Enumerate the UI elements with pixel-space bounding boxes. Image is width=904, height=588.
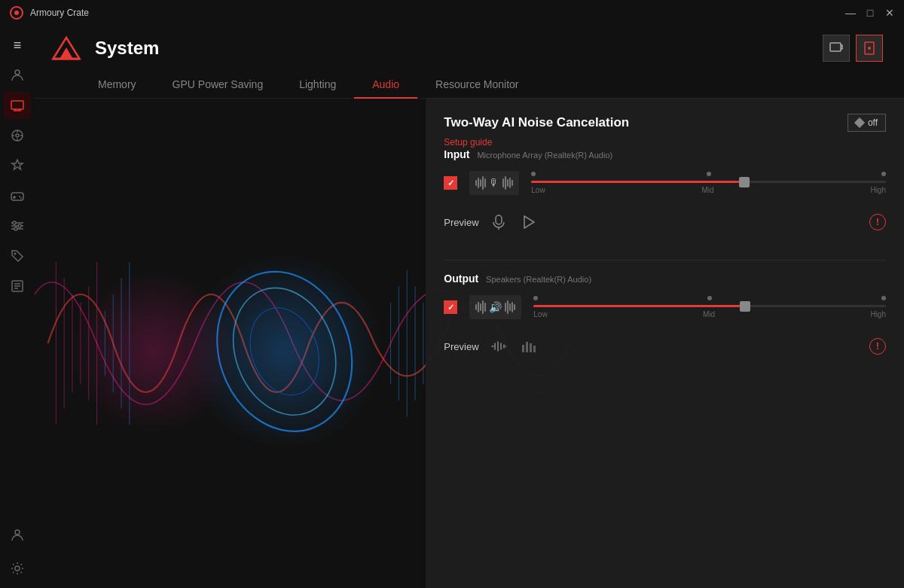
close-button[interactable]: ✕ <box>884 8 895 18</box>
svg-point-2 <box>15 70 20 75</box>
slider-dot-low <box>531 172 536 176</box>
output-info-icon[interactable]: ! <box>869 338 886 355</box>
app-title: Armoury Crate <box>30 8 845 18</box>
input-play-button[interactable] <box>518 212 539 233</box>
svg-point-8 <box>20 197 22 199</box>
svg-point-11 <box>14 227 17 230</box>
sidebar-item-profile[interactable] <box>4 62 31 89</box>
output-wave-bars-left <box>475 298 486 316</box>
toggle-button[interactable]: off <box>848 114 886 132</box>
setup-guide-link[interactable]: Setup guide <box>444 137 492 148</box>
input-slider-track[interactable] <box>531 181 886 183</box>
input-info-icon[interactable]: ! <box>869 214 886 230</box>
svg-point-21 <box>868 47 871 50</box>
input-title: Input Microphone Array (Realtek(R) Audio… <box>444 148 886 160</box>
slider-dot-mid <box>707 172 711 176</box>
output-section: Output Speakers (Realtek(R) Audio) <box>444 273 886 363</box>
input-label-low: Low <box>531 186 545 194</box>
input-wave-bars <box>475 174 486 192</box>
svg-rect-3 <box>11 101 23 109</box>
svg-point-9 <box>13 221 16 224</box>
output-dot-low <box>533 296 538 300</box>
sidebar: ≡ <box>0 26 35 588</box>
output-slider-dots <box>533 296 886 300</box>
input-checkbox[interactable] <box>444 176 457 190</box>
sidebar-item-fan[interactable] <box>4 122 31 149</box>
rog-logo-svg <box>50 35 83 61</box>
svg-point-15 <box>15 566 20 571</box>
sidebar-item-menu[interactable]: ≡ <box>4 32 31 59</box>
svg-point-7 <box>19 196 20 197</box>
content-area: Two-Way AI Noise Cancelation off Setup g… <box>35 99 904 588</box>
header-right-icon[interactable] <box>823 35 850 62</box>
svg-point-47 <box>72 270 236 434</box>
input-subtitle: Microphone Array (Realtek(R) Audio) <box>477 151 612 160</box>
output-waveform-button[interactable] <box>488 336 509 357</box>
input-slider-labels: Low Mid High <box>531 186 886 194</box>
input-slider-thumb <box>739 177 750 187</box>
input-slider-container: Low Mid High <box>531 172 886 194</box>
svg-rect-53 <box>533 346 536 352</box>
rog-logo-small <box>9 5 24 20</box>
output-title: Output Speakers (Realtek(R) Audio) <box>444 273 886 285</box>
input-audio-row: 🎙 <box>444 171 886 195</box>
speaker-icon: 🔊 <box>489 301 502 313</box>
output-label-high: High <box>870 310 886 318</box>
svg-point-5 <box>16 134 19 137</box>
toggle-diamond-icon <box>854 117 865 128</box>
output-dot-high <box>881 296 886 300</box>
maximize-button[interactable]: □ <box>865 8 875 18</box>
input-label-mid: Mid <box>701 186 713 194</box>
output-equalizer-button[interactable] <box>518 336 539 357</box>
app-body: ≡ <box>0 26 904 588</box>
output-label-mid: Mid <box>703 310 715 318</box>
header-extra-icon[interactable] <box>856 35 883 62</box>
main-content: System Memory GPU Power Saving Lighting … <box>35 26 904 588</box>
svg-rect-52 <box>530 343 532 352</box>
output-slider-container: Low Mid High <box>533 296 886 318</box>
input-preview-row: Preview ! <box>444 206 886 239</box>
output-waveform: 🔊 <box>469 295 521 319</box>
sidebar-item-sliders[interactable] <box>4 212 31 239</box>
sidebar-item-settings[interactable] <box>4 555 31 582</box>
input-slider-dots <box>531 172 886 176</box>
output-checkbox[interactable] <box>444 300 457 314</box>
tab-lighting[interactable]: Lighting <box>281 71 354 98</box>
sidebar-item-system[interactable] <box>4 92 31 119</box>
output-dot-mid <box>707 296 712 300</box>
output-slider-labels: Low Mid High <box>533 310 886 318</box>
page-title: System <box>95 38 159 59</box>
toggle-label: off <box>868 117 878 128</box>
svg-point-10 <box>18 224 21 227</box>
panel-title: Two-Way AI Noise Cancelation <box>444 115 629 130</box>
output-label-low: Low <box>533 310 547 318</box>
tab-gpu[interactable]: GPU Power Saving <box>154 71 282 98</box>
svg-marker-17 <box>60 47 73 59</box>
tab-memory[interactable]: Memory <box>80 71 154 98</box>
sidebar-item-lighting[interactable] <box>4 152 31 179</box>
microphone-icon: 🎙 <box>489 177 499 189</box>
output-slider-fill <box>533 305 745 307</box>
tab-audio[interactable]: Audio <box>354 71 417 98</box>
titlebar: Armoury Crate — □ ✕ <box>0 0 904 26</box>
sidebar-item-book[interactable] <box>4 273 31 300</box>
output-subtitle: Speakers (Realtek(R) Audio) <box>486 275 591 284</box>
sidebar-item-gamepad[interactable] <box>4 182 31 209</box>
svg-point-1 <box>14 11 19 15</box>
panel-header: Two-Way AI Noise Cancelation off <box>444 114 886 132</box>
input-preview-label: Preview <box>444 217 478 228</box>
noise-cancelation-panel: Two-Way AI Noise Cancelation off Setup g… <box>426 99 904 588</box>
input-section: Input Microphone Array (Realtek(R) Audio… <box>444 148 886 239</box>
input-slider-fill <box>531 181 744 183</box>
output-wave-bars-right <box>505 298 515 316</box>
tab-resource[interactable]: Resource Monitor <box>417 71 537 98</box>
minimize-button[interactable]: — <box>845 8 856 18</box>
output-slider-track[interactable] <box>533 305 886 307</box>
header: System <box>35 26 904 71</box>
sidebar-item-user[interactable] <box>4 522 31 549</box>
output-preview-row: Preview ! <box>444 330 886 363</box>
output-audio-row: 🔊 <box>444 295 886 319</box>
rog-logo <box>50 35 83 61</box>
sidebar-item-tag[interactable] <box>4 242 31 270</box>
input-mic-button[interactable] <box>488 212 509 233</box>
